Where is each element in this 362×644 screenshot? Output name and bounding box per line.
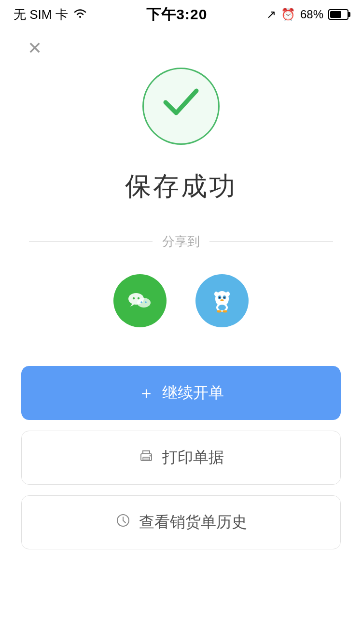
wechat-share-button[interactable] <box>113 274 167 327</box>
battery-icon <box>328 9 348 20</box>
svg-rect-21 <box>143 457 150 460</box>
history-button[interactable]: 查看销货单历史 <box>21 495 341 549</box>
svg-point-5 <box>145 301 147 303</box>
svg-point-18 <box>214 292 218 296</box>
carrier-text: 无 SIM 卡 <box>14 6 68 23</box>
svg-point-13 <box>221 299 224 301</box>
qq-share-button[interactable] <box>195 274 249 327</box>
svg-point-12 <box>224 297 225 298</box>
close-button[interactable]: ✕ <box>21 35 48 62</box>
divider-line-right <box>209 241 333 242</box>
continue-order-button[interactable]: ＋ 继续开单 <box>21 366 341 420</box>
share-label: 分享到 <box>153 233 209 250</box>
checkmark-icon <box>162 85 200 125</box>
status-time: 下午3:20 <box>146 5 207 25</box>
continue-order-label: 继续开单 <box>162 382 224 404</box>
svg-point-1 <box>137 298 151 308</box>
history-label: 查看销货单历史 <box>139 512 247 533</box>
location-icon: ↗ <box>266 8 276 21</box>
print-button[interactable]: 打印单据 <box>21 431 341 485</box>
svg-point-23 <box>150 455 151 457</box>
svg-point-19 <box>226 292 230 296</box>
success-circle <box>142 68 220 145</box>
svg-point-2 <box>133 297 135 299</box>
action-buttons: ＋ 继续开单 打印单据 <box>0 366 362 549</box>
divider-line-left <box>29 241 153 242</box>
print-icon <box>138 448 154 468</box>
svg-point-15 <box>218 305 226 310</box>
battery-percent: 68% <box>300 8 323 21</box>
alarm-icon: ⏰ <box>281 8 295 21</box>
status-right: ↗ ⏰ 68% <box>266 8 348 21</box>
plus-icon: ＋ <box>138 382 154 404</box>
svg-point-3 <box>138 297 139 299</box>
svg-point-17 <box>223 310 227 313</box>
status-left: 无 SIM 卡 <box>14 6 87 23</box>
clock-icon <box>115 512 131 532</box>
main-content: 保存成功 分享到 <box>0 29 362 549</box>
status-bar: 无 SIM 卡 下午3:20 ↗ ⏰ 68% <box>0 0 362 29</box>
share-row <box>113 274 249 327</box>
svg-point-11 <box>220 297 221 298</box>
wifi-icon <box>73 7 87 22</box>
svg-point-4 <box>140 301 142 303</box>
svg-point-16 <box>217 310 222 313</box>
share-divider: 分享到 <box>0 233 362 250</box>
print-label: 打印单据 <box>162 447 224 468</box>
save-title: 保存成功 <box>125 169 237 204</box>
